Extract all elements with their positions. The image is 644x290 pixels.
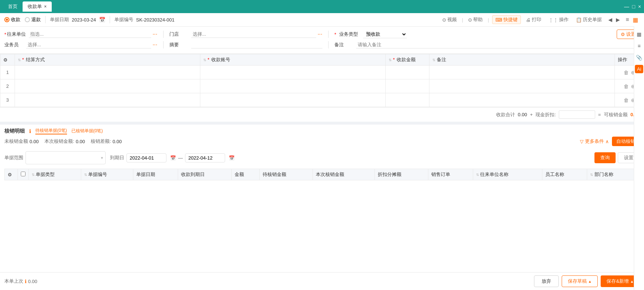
- row-2-account[interactable]: [200, 79, 386, 93]
- save-draft-btn[interactable]: 保存草稿 ▲: [562, 275, 598, 287]
- reconcile-right: ▽ 更多条件 ∧ 自动核销: [580, 137, 640, 146]
- prev-value: 0.00: [28, 279, 37, 284]
- row-2-amount[interactable]: [386, 79, 429, 93]
- th-settlement: ⇅ * 结算方式: [15, 54, 200, 66]
- shortcut-btn[interactable]: ⌨ 快捷键: [492, 15, 521, 24]
- footer-left: 本单上次 ℹ 0.00: [4, 278, 37, 285]
- remark-input[interactable]: [356, 41, 640, 48]
- print-btn[interactable]: 🖨 打印: [524, 16, 543, 24]
- window-close-btn[interactable]: ×: [638, 4, 641, 9]
- store-label: 门店: [169, 31, 191, 38]
- select-all-checkbox[interactable]: [21, 172, 25, 176]
- row-2-delete-btn[interactable]: 🗑: [624, 83, 629, 89]
- th-settings[interactable]: ⚙: [0, 54, 15, 66]
- video-btn[interactable]: ⊙ 视频: [440, 16, 459, 24]
- bth-sales-order: 销售订单: [428, 169, 473, 180]
- row-1-settlement-input[interactable]: [15, 67, 200, 77]
- row-1-remark[interactable]: [429, 66, 615, 79]
- bth-settings[interactable]: ⚙: [5, 169, 18, 180]
- sidebar-ai-btn[interactable]: Ai: [635, 65, 644, 73]
- window-max-btn[interactable]: □: [632, 4, 635, 9]
- row-1-settlement[interactable]: [15, 66, 200, 79]
- sidebar-attach-icon[interactable]: 📎: [634, 52, 644, 63]
- tab-bar: 首页 收款单 × — □ ×: [0, 0, 644, 13]
- radio-refund[interactable]: 退款: [25, 16, 41, 23]
- bth-staff: 员工名称: [542, 169, 587, 180]
- store-input[interactable]: [191, 31, 316, 38]
- sidebar-list-icon[interactable]: ≡: [635, 41, 643, 51]
- available-label: 可核销金额: [604, 111, 628, 118]
- date-from-input[interactable]: [126, 153, 166, 162]
- staff-more-btn[interactable]: ···: [153, 42, 157, 48]
- save-new-caret: ▲: [630, 279, 634, 283]
- sidebar-table-icon[interactable]: ▦: [635, 29, 644, 39]
- row-3-remark[interactable]: [429, 93, 615, 107]
- filter-row: 单据范围 ▼ 到期日 📅 — 📅 查询 设置: [4, 149, 640, 166]
- tab-close-icon[interactable]: ×: [44, 4, 47, 9]
- staff-input[interactable]: [26, 41, 151, 48]
- business-type-select[interactable]: 预收款: [363, 30, 407, 38]
- bth-checkbox[interactable]: [18, 169, 29, 180]
- view-list-btn[interactable]: ≡: [624, 16, 631, 23]
- date-to-input[interactable]: [185, 153, 225, 162]
- row-3-account-input[interactable]: [200, 95, 385, 105]
- store-more-btn[interactable]: ···: [318, 31, 322, 38]
- nav-next-btn[interactable]: ▶: [614, 17, 621, 23]
- row-2-amount-input[interactable]: [386, 81, 429, 91]
- row-3-settlement-input[interactable]: [15, 95, 200, 105]
- query-btn[interactable]: 查询: [594, 152, 616, 163]
- more-conditions-btn[interactable]: ▽ 更多条件 ∧: [580, 138, 609, 145]
- row-1-amount[interactable]: [386, 66, 429, 79]
- tab-receipt-label: 收款单: [28, 3, 42, 10]
- range-select[interactable]: ▼: [25, 151, 106, 164]
- operation-btn[interactable]: ⋮⋮ 操作: [546, 16, 571, 24]
- tab-receipt[interactable]: 收款单 ×: [23, 1, 52, 12]
- history-btn[interactable]: 📋 历史单据: [574, 16, 604, 24]
- nav-prev-btn[interactable]: ◀: [607, 17, 614, 23]
- reconcile-info-icon[interactable]: ℹ: [29, 128, 31, 134]
- summary-input[interactable]: [191, 41, 322, 48]
- tab-home[interactable]: 首页: [3, 1, 23, 12]
- row-2-settlement-input[interactable]: [15, 81, 200, 91]
- help-btn[interactable]: ⊙ 帮助: [466, 16, 485, 24]
- row-3-settlement[interactable]: [15, 93, 200, 107]
- total-value: 0.00: [518, 112, 527, 117]
- date-value: 2023-03-24: [72, 17, 96, 23]
- radio-refund-dot: [25, 17, 30, 22]
- view-form-btn[interactable]: ▦: [631, 16, 640, 23]
- form-row-2: 业务员 ··· 摘要 备注: [4, 41, 640, 48]
- discount-input[interactable]: [559, 110, 595, 119]
- row-1-delete-btn[interactable]: 🗑: [624, 70, 629, 75]
- row-3-remark-input[interactable]: [429, 95, 614, 105]
- radio-receive[interactable]: 收款: [4, 16, 20, 23]
- row-1-remark-input[interactable]: [429, 67, 614, 77]
- remark-label: 备注: [334, 42, 356, 48]
- abandon-btn[interactable]: 放弃: [534, 275, 559, 287]
- row-3-num: 3: [0, 93, 15, 107]
- calendar-to-icon[interactable]: 📅: [229, 155, 235, 161]
- row-3-amount[interactable]: [386, 93, 429, 107]
- bth-discount: 折扣分摊额: [375, 169, 428, 180]
- partner-input[interactable]: [29, 31, 151, 38]
- row-3-delete-btn[interactable]: 🗑: [624, 97, 629, 103]
- row-1-amount-input[interactable]: [386, 67, 429, 77]
- done-tab[interactable]: 已核销单据(0笔): [71, 128, 103, 134]
- pending-tab[interactable]: 待核销单据(0笔): [35, 128, 67, 134]
- row-2-remark[interactable]: [429, 79, 615, 93]
- footer: 本单上次 ℹ 0.00 放弃 保存草稿 ▲ 保存&新增 ▲: [0, 272, 644, 290]
- window-min-btn[interactable]: —: [624, 4, 629, 9]
- row-2-account-input[interactable]: [200, 81, 385, 91]
- toolbar-right: ⊙ 视频 | ⊙ 帮助 | ⌨ 快捷键 🖨 打印 ⋮⋮ 操作 📋: [440, 15, 640, 24]
- prev-info-icon[interactable]: ℹ: [25, 279, 27, 284]
- row-1-account[interactable]: [200, 66, 386, 79]
- calendar-icon[interactable]: 📅: [99, 17, 105, 23]
- calendar-from-icon[interactable]: 📅: [170, 155, 176, 161]
- row-3-amount-input[interactable]: [386, 95, 429, 105]
- number-label: 单据编号: [114, 16, 133, 23]
- row-2-remark-input[interactable]: [429, 81, 614, 91]
- row-1-account-input[interactable]: [200, 67, 385, 77]
- row-2-settlement[interactable]: [15, 79, 200, 93]
- row-3-account[interactable]: [200, 93, 386, 107]
- radio-receive-label: 收款: [11, 16, 20, 23]
- partner-more-btn[interactable]: ···: [153, 31, 157, 38]
